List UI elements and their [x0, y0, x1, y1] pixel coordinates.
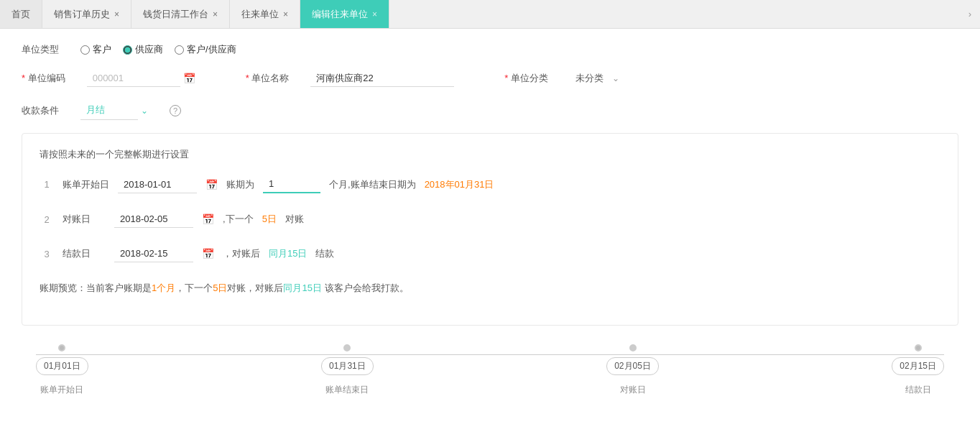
payment-date-input[interactable] [114, 245, 193, 262]
unit-category-chevron[interactable]: ⌄ [612, 73, 619, 83]
preview-part2-highlight: 5日 [213, 282, 227, 293]
row-num-3: 3 [40, 249, 54, 259]
reconcile-suffix-text: ,下一个 [223, 213, 254, 226]
timeline-dot-1 [58, 344, 65, 351]
setting-row-3: 3 结款日 📅 ，对账后 同月15日 结款 [40, 245, 940, 262]
reconcile-date-input[interactable] [114, 211, 193, 228]
unit-code-label: 单位编码 [22, 72, 65, 85]
unit-category-wrapper: 未分类 ⌄ [570, 69, 619, 88]
mid-text-1: 账期为 [226, 178, 254, 191]
timeline-label-3: 对账日 [620, 384, 646, 396]
more-tabs-icon: › [969, 9, 971, 19]
radio-supplier-input[interactable] [123, 45, 132, 55]
close-sales-history[interactable]: × [114, 9, 119, 19]
timeline-dot-3 [629, 344, 637, 351]
tab-home[interactable]: 首页 [0, 0, 42, 28]
tab-cash-work[interactable]: 钱货日清工作台 × [131, 0, 230, 28]
timeline-dot-4 [915, 344, 922, 351]
preview-part1: 1个月 [152, 282, 175, 293]
payment-suffix-end: 结款 [315, 247, 334, 260]
timeline-badge-4: 02月15日 [892, 357, 944, 375]
payment-condition-label: 收款条件 [22, 104, 59, 117]
unit-type-label: 单位类型 [22, 43, 59, 56]
setting-row-1: 1 账单开始日 📅 账期为 个月,账单结束日期为 2018年01月31日 [40, 175, 940, 193]
unit-code-icon[interactable]: 📅 [183, 73, 195, 84]
row-label-3: 结款日 [63, 247, 106, 260]
period-unit-1: 个月,账单结束日期为 [329, 178, 416, 191]
radio-both[interactable]: 客户/供应商 [175, 43, 236, 56]
help-icon[interactable]: ? [170, 105, 181, 116]
close-edit-partner[interactable]: × [372, 9, 377, 19]
row-label-2: 对账日 [63, 213, 106, 226]
preview-suffix: 该客户会给我打款。 [325, 282, 409, 293]
timeline-point-1: 01月01日 账单开始日 [36, 344, 88, 396]
reconcile-date-calendar[interactable]: 📅 [202, 213, 214, 225]
settings-section: 请按照未来的一个完整帐期进行设置 1 账单开始日 📅 账期为 个月,账单结束日期… [22, 133, 958, 326]
timeline-point-4: 02月15日 结款日 [892, 344, 944, 396]
radio-customer-input[interactable] [80, 45, 90, 55]
timeline-label-4: 结款日 [905, 384, 931, 396]
unit-name-label: 单位名称 [246, 72, 290, 85]
payment-condition-chevron[interactable]: ⌄ [141, 106, 148, 116]
unit-type-radio-group: 客户 供应商 客户/供应商 [80, 43, 236, 56]
close-partner[interactable]: × [283, 9, 288, 19]
unit-category-label: 单位分类 [504, 72, 548, 85]
radio-supplier[interactable]: 供应商 [123, 43, 163, 56]
unit-category-value: 未分类 [570, 69, 609, 88]
section-title: 请按照未来的一个完整帐期进行设置 [40, 148, 940, 161]
period-input[interactable] [263, 175, 320, 193]
tab-bar: 首页 销售订单历史 × 钱货日清工作台 × 往来单位 × 编辑往来单位 × › [0, 0, 980, 29]
payment-condition-value[interactable]: 月结 [80, 101, 138, 120]
timeline-point-3: 02月05日 对账日 [606, 344, 659, 396]
preview-part3-highlight: 同月15日 [283, 282, 321, 293]
payment-suffix-highlight: 同月15日 [269, 247, 307, 260]
row-label-1: 账单开始日 [63, 178, 109, 191]
unit-info-row: 单位编码 📅 单位名称 单位分类 未分类 ⌄ [22, 69, 958, 88]
radio-both-input[interactable] [175, 45, 184, 55]
payment-suffix-text: ，对账后 [223, 247, 260, 260]
preview-part2-prefix: 下一个 [185, 282, 213, 293]
tab-partner[interactable]: 往来单位 × [230, 0, 300, 28]
preview-prefix: 账期预览：当前客户账期是 [40, 282, 152, 293]
unit-code-input[interactable] [87, 70, 180, 87]
timeline-badge-3: 02月05日 [606, 357, 659, 375]
radio-customer[interactable]: 客户 [80, 43, 111, 56]
reconcile-suffix-end: 对账 [285, 213, 304, 226]
unit-code-wrapper: 📅 [87, 70, 195, 87]
preview-part2-sep: 对账，对账后 [227, 282, 283, 293]
unit-type-row: 单位类型 客户 供应商 客户/供应商 [22, 43, 958, 56]
reconcile-suffix-highlight: 5日 [262, 213, 277, 226]
timeline: 01月01日 账单开始日 01月31日 账单结束日 02月05日 对账日 02月… [22, 337, 958, 425]
start-date-calendar[interactable]: 📅 [205, 179, 218, 190]
tab-sales-history[interactable]: 销售订单历史 × [42, 0, 131, 28]
setting-row-2: 2 对账日 📅 ,下一个 5日 对账 [40, 211, 940, 228]
main-content: 单位类型 客户 供应商 客户/供应商 单位编码 📅 单位名称 单位分类 [0, 29, 980, 437]
payment-date-calendar[interactable]: 📅 [202, 248, 214, 259]
row-num-2: 2 [40, 214, 54, 225]
payment-condition-row: 收款条件 月结 ⌄ ? [22, 101, 958, 120]
preview-sep1: ， [175, 282, 185, 293]
preview-text: 账期预览：当前客户账期是1个月，下一个5日对账，对账后同月15日 该客户会给我打… [40, 280, 940, 296]
timeline-badge-2: 01月31日 [321, 357, 374, 375]
start-date-input[interactable] [118, 176, 197, 193]
timeline-dot-2 [343, 344, 351, 351]
unit-name-input[interactable] [310, 70, 454, 87]
more-tabs-button[interactable]: › [960, 0, 980, 28]
timeline-label-2: 账单结束日 [325, 384, 369, 396]
timeline-point-2: 01月31日 账单结束日 [321, 344, 374, 396]
payment-condition-wrapper: 月结 ⌄ [80, 101, 148, 120]
timeline-label-1: 账单开始日 [40, 384, 83, 396]
timeline-points: 01月01日 账单开始日 01月31日 账单结束日 02月05日 对账日 02月… [36, 344, 944, 396]
end-date-highlight: 2018年01月31日 [425, 178, 494, 191]
timeline-badge-1: 01月01日 [36, 357, 88, 375]
row-num-1: 1 [40, 179, 54, 190]
close-cash-work[interactable]: × [213, 9, 218, 19]
tab-edit-partner[interactable]: 编辑往来单位 × [300, 0, 389, 28]
